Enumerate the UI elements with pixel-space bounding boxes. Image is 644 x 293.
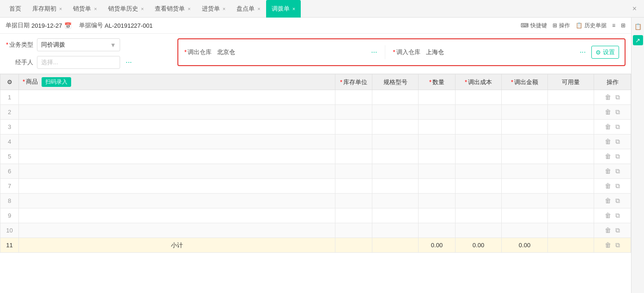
row-amount-cell[interactable] <box>502 179 548 194</box>
row-unit-cell[interactable] <box>335 179 372 194</box>
row-qty-cell[interactable] <box>419 194 456 208</box>
history-btn[interactable]: 📋 历史单据 <box>576 22 607 30</box>
row-amount-cell[interactable] <box>502 149 548 164</box>
row-copy-icon[interactable]: ⧉ <box>615 212 620 219</box>
tab-purchase[interactable]: 进货单 × <box>196 0 231 18</box>
row-amount-cell[interactable] <box>502 105 548 120</box>
row-unit-cell[interactable] <box>335 164 372 179</box>
row-qty-cell[interactable] <box>419 208 456 223</box>
row-cost-cell[interactable] <box>456 194 502 208</box>
biz-type-dropdown[interactable]: 同价调拨 ▼ <box>37 38 120 51</box>
row-amount-cell[interactable] <box>502 194 548 208</box>
sidebar-expand-icon[interactable]: ↗ <box>633 35 643 45</box>
tab-sales-order-close[interactable]: × <box>94 6 97 12</box>
ops-btn[interactable]: ⊞ 操作 <box>553 22 570 30</box>
row-amount-cell[interactable] <box>502 208 548 223</box>
tab-inventory-init-close[interactable]: × <box>59 6 62 12</box>
row-delete-icon[interactable]: 🗑 <box>605 241 611 249</box>
row-qty-cell[interactable] <box>419 179 456 194</box>
shortcut-btn[interactable]: ⌨ 快捷键 <box>521 22 547 30</box>
row-qty-cell[interactable] <box>419 105 456 120</box>
row-delete-icon[interactable]: 🗑 <box>605 197 611 204</box>
row-unit-cell[interactable] <box>335 120 372 134</box>
sidebar-doc-icon[interactable]: 📋 <box>633 21 643 31</box>
row-product-cell[interactable] <box>19 105 335 120</box>
row-cost-cell[interactable] <box>456 223 502 238</box>
row-cost-cell[interactable] <box>456 134 502 149</box>
warehouse-in-value[interactable]: 上海仓 <box>426 48 444 56</box>
row-copy-icon[interactable]: ⧉ <box>615 138 620 145</box>
row-qty-cell[interactable] <box>419 149 456 164</box>
row-copy-icon[interactable]: ⧉ <box>615 123 620 130</box>
handler-dropdown[interactable]: 选择... <box>37 56 120 69</box>
row-product-cell[interactable] <box>19 223 335 238</box>
row-delete-icon[interactable]: 🗑 <box>605 153 611 160</box>
tab-inventory-check[interactable]: 盘点单 × <box>231 0 266 18</box>
row-unit-cell[interactable] <box>335 194 372 208</box>
tab-purchase-close[interactable]: × <box>223 6 225 12</box>
row-cost-cell[interactable] <box>456 120 502 134</box>
row-cost-cell[interactable] <box>456 149 502 164</box>
row-amount-cell[interactable] <box>502 90 548 105</box>
tab-inventory-init[interactable]: 库存期初 × <box>27 0 67 18</box>
row-spec-cell[interactable] <box>372 164 419 179</box>
row-spec-cell[interactable] <box>372 90 419 105</box>
row-cost-cell[interactable] <box>456 90 502 105</box>
row-copy-icon[interactable]: ⧉ <box>615 182 620 189</box>
tab-inventory-check-close[interactable]: × <box>257 6 260 12</box>
settings-button[interactable]: ⚙ 设置 <box>591 46 619 59</box>
row-unit-cell[interactable] <box>335 208 372 223</box>
row-spec-cell[interactable] <box>372 179 419 194</box>
row-product-cell[interactable] <box>19 90 335 105</box>
tab-bar-close-all[interactable]: × <box>629 5 640 13</box>
row-qty-cell[interactable] <box>419 90 456 105</box>
row-cost-cell[interactable] <box>456 105 502 120</box>
row-delete-icon[interactable]: 🗑 <box>605 167 611 175</box>
row-product-cell[interactable] <box>19 208 335 223</box>
row-unit-cell[interactable] <box>335 105 372 120</box>
tab-view-sales-close[interactable]: × <box>188 6 190 12</box>
row-unit-cell[interactable] <box>335 223 372 238</box>
row-delete-icon[interactable]: 🗑 <box>605 108 611 116</box>
row-cost-cell[interactable] <box>456 179 502 194</box>
row-spec-cell[interactable] <box>372 223 419 238</box>
row-qty-cell[interactable] <box>419 164 456 179</box>
row-copy-icon[interactable]: ⧉ <box>615 167 620 175</box>
row-copy-icon[interactable]: ⧉ <box>615 108 620 116</box>
row-copy-icon[interactable]: ⧉ <box>615 241 620 249</box>
row-copy-icon[interactable]: ⧉ <box>615 153 620 160</box>
layout-btn-2[interactable]: ⊞ <box>621 22 626 29</box>
row-copy-icon[interactable]: ⧉ <box>615 226 620 234</box>
row-spec-cell[interactable] <box>372 134 419 149</box>
row-product-cell[interactable] <box>19 164 335 179</box>
row-product-cell[interactable] <box>19 149 335 164</box>
calendar-icon[interactable]: 📅 <box>64 22 72 29</box>
row-delete-icon[interactable]: 🗑 <box>605 226 611 234</box>
tab-transfer[interactable]: 调拨单 × <box>266 0 301 18</box>
warehouse-in-more[interactable]: ··· <box>580 48 586 56</box>
row-spec-cell[interactable] <box>372 194 419 208</box>
row-delete-icon[interactable]: 🗑 <box>605 93 611 101</box>
tab-sales-history[interactable]: 销货单历史 × <box>103 0 149 18</box>
tab-transfer-close[interactable]: × <box>292 6 295 12</box>
row-unit-cell[interactable] <box>335 149 372 164</box>
row-product-cell[interactable] <box>19 179 335 194</box>
row-qty-cell[interactable] <box>419 223 456 238</box>
tab-view-sales[interactable]: 查看销货单 × <box>149 0 196 18</box>
row-amount-cell[interactable] <box>502 120 548 134</box>
row-copy-icon[interactable]: ⧉ <box>615 93 620 101</box>
tab-sales-order[interactable]: 销货单 × <box>67 0 102 18</box>
col-header-settings[interactable]: ⚙ <box>0 74 19 90</box>
row-spec-cell[interactable] <box>372 105 419 120</box>
row-copy-icon[interactable]: ⧉ <box>615 197 620 204</box>
doc-date-value[interactable]: 2019-12-27 <box>31 22 62 29</box>
warehouse-out-value[interactable]: 北京仓 <box>217 48 235 56</box>
row-amount-cell[interactable] <box>502 223 548 238</box>
scan-entry-button[interactable]: 扫码录入 <box>42 77 71 87</box>
row-amount-cell[interactable] <box>502 134 548 149</box>
warehouse-out-more[interactable]: ··· <box>371 48 377 56</box>
row-delete-icon[interactable]: 🗑 <box>605 212 611 219</box>
tab-home[interactable]: 首页 <box>4 0 27 18</box>
tab-sales-history-close[interactable]: × <box>141 6 144 12</box>
row-qty-cell[interactable] <box>419 120 456 134</box>
